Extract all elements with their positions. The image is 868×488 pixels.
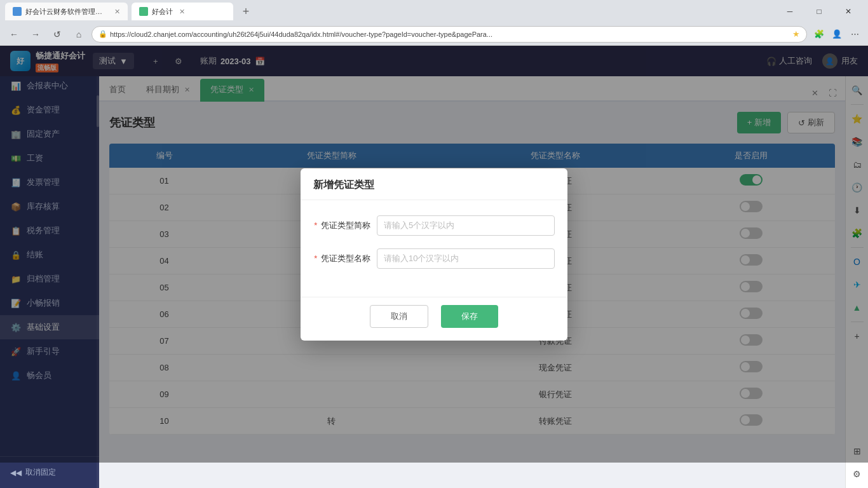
modal-overlay: 新增凭证类型 * 凭证类型简称 * 凭证类型名称 取消 保存: [0, 46, 868, 463]
browser-tab-bar: 好会计云财务软件管理系统_会计 ✕ 好会计 ✕ + ─ □ ✕: [0, 0, 868, 23]
lock-icon: 🔒: [98, 30, 107, 38]
modal-footer: 取消 保存: [301, 297, 567, 341]
modal-header: 新增凭证类型: [301, 168, 567, 200]
forward-button[interactable]: →: [27, 25, 44, 43]
minimize-button[interactable]: ─: [775, 0, 804, 23]
add-voucher-type-modal: 新增凭证类型 * 凭证类型简称 * 凭证类型名称 取消 保存: [301, 168, 567, 341]
collapse-icon: ◀◀: [10, 468, 22, 477]
refresh-button[interactable]: ↺: [48, 25, 66, 43]
collapse-sidebar-button[interactable]: ◀◀ 取消固定: [0, 462, 99, 483]
modal-body: * 凭证类型简称 * 凭证类型名称: [301, 200, 567, 297]
save-button[interactable]: 保存: [441, 305, 498, 328]
address-bar-row: ← → ↺ ⌂ 🔒 https://cloud2.chanjet.com/acc…: [0, 23, 868, 46]
form-label-name: * 凭证类型名称: [313, 253, 377, 264]
toolbar-icons: 🧩 👤 ⋯: [811, 26, 863, 43]
form-row-name: * 凭证类型名称: [313, 248, 555, 269]
address-bar[interactable]: 🔒 https://cloud2.chanjet.com/accounting/…: [92, 26, 807, 43]
full-name-input[interactable]: [377, 248, 555, 269]
browser-tab-2[interactable]: 好会计 ✕: [132, 3, 233, 20]
cancel-button[interactable]: 取消: [370, 305, 428, 328]
gear-sidebar-button[interactable]: ⚙: [848, 465, 866, 483]
form-label-short: * 凭证类型简称: [313, 220, 377, 231]
profile-button[interactable]: 👤: [829, 26, 845, 43]
close-button[interactable]: ✕: [834, 0, 863, 23]
short-name-input[interactable]: [377, 215, 555, 236]
more-button[interactable]: ⋯: [846, 26, 863, 43]
extensions-button[interactable]: 🧩: [811, 26, 827, 43]
close-tab-2[interactable]: ✕: [179, 8, 185, 16]
window-controls: ─ □ ✕: [775, 0, 863, 23]
bookmark-icon[interactable]: ★: [792, 29, 800, 39]
browser-tab-1[interactable]: 好会计云财务软件管理系统_会计 ✕: [5, 3, 128, 20]
back-button[interactable]: ←: [5, 25, 23, 43]
home-button[interactable]: ⌂: [70, 25, 88, 43]
maximize-button[interactable]: □: [804, 0, 834, 23]
new-tab-button[interactable]: +: [237, 3, 255, 20]
close-tab-1[interactable]: ✕: [114, 8, 120, 16]
form-row-short: * 凭证类型简称: [313, 215, 555, 236]
